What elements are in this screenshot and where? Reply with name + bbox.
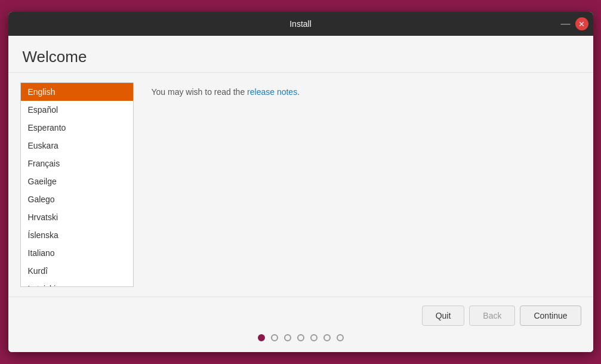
release-notes-prefix: You may wish to read the xyxy=(152,87,248,97)
release-notes-suffix: . xyxy=(297,87,300,97)
language-item[interactable]: Français xyxy=(21,155,133,172)
titlebar: Install — ✕ xyxy=(8,12,593,36)
continue-button[interactable]: Continue xyxy=(520,306,581,326)
pagination-dots xyxy=(258,334,344,341)
page-header: Welcome xyxy=(8,36,593,73)
language-item[interactable]: Euskara xyxy=(21,137,133,155)
pagination-dot xyxy=(310,334,318,341)
language-item[interactable]: English xyxy=(21,83,133,101)
language-list[interactable]: EnglishEspañolEsperantoEuskaraFrançaisGa… xyxy=(20,82,134,287)
page-title: Welcome xyxy=(23,48,579,66)
language-item[interactable]: Gaeilge xyxy=(21,172,133,190)
language-item[interactable]: Hrvatski xyxy=(21,208,133,226)
window-title: Install xyxy=(289,19,312,29)
footer-buttons: Quit Back Continue xyxy=(20,306,581,326)
release-notes-text: You may wish to read the release notes. xyxy=(152,87,575,97)
minimize-button[interactable]: — xyxy=(560,18,572,30)
language-item[interactable]: Galego xyxy=(21,190,133,208)
language-item[interactable]: Italiano xyxy=(21,244,133,262)
back-button[interactable]: Back xyxy=(469,306,515,326)
language-item[interactable]: Latviski xyxy=(21,280,133,287)
language-item[interactable]: Español xyxy=(21,101,133,119)
footer: Quit Back Continue xyxy=(8,297,593,352)
close-button[interactable]: ✕ xyxy=(575,17,588,30)
pagination-dot xyxy=(297,334,304,341)
pagination-dot xyxy=(258,334,265,341)
quit-button[interactable]: Quit xyxy=(422,306,465,326)
release-notes-link[interactable]: release notes xyxy=(247,87,297,97)
window-controls: — ✕ xyxy=(560,17,588,30)
main-body: EnglishEspañolEsperantoEuskaraFrançaisGa… xyxy=(8,73,593,297)
pagination-dot xyxy=(323,334,331,341)
language-item[interactable]: Íslenska xyxy=(21,226,133,244)
pagination-dot xyxy=(271,334,278,341)
content-area: Welcome EnglishEspañolEsperantoEuskaraFr… xyxy=(8,36,593,352)
language-item[interactable]: Esperanto xyxy=(21,119,133,137)
pagination-dot xyxy=(337,334,344,341)
pagination-dot xyxy=(284,334,291,341)
install-window: Install — ✕ Welcome EnglishEspañolEspera… xyxy=(8,12,593,352)
right-panel: You may wish to read the release notes. xyxy=(134,73,593,297)
language-item[interactable]: Kurdî xyxy=(21,262,133,280)
